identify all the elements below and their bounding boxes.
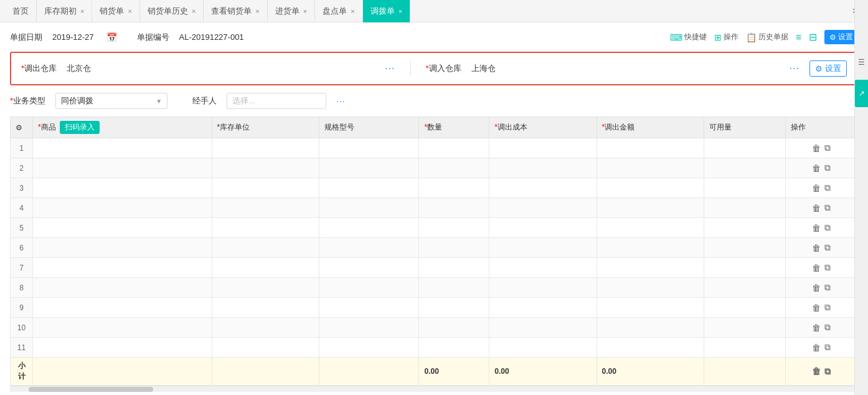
- qty-cell[interactable]: [419, 298, 489, 318]
- tab-purchase[interactable]: 进货单 ×: [268, 0, 315, 22]
- qty-cell[interactable]: [419, 218, 489, 238]
- tab-view-sales-close[interactable]: ×: [255, 7, 259, 15]
- layout2-btn[interactable]: ⊟: [809, 31, 817, 43]
- unit-cell[interactable]: [212, 218, 319, 238]
- unit-cell[interactable]: [212, 258, 319, 278]
- unit-cell[interactable]: [212, 178, 319, 198]
- unit-cell[interactable]: [212, 298, 319, 318]
- qty-cell[interactable]: [419, 178, 489, 198]
- delete-icon[interactable]: 🗑: [812, 283, 821, 293]
- cost-cell[interactable]: [489, 318, 597, 338]
- shortcuts-btn[interactable]: ⌨ 快捷键: [670, 32, 707, 42]
- amount-cell[interactable]: [597, 258, 704, 278]
- copy-icon[interactable]: ⧉: [824, 143, 831, 153]
- unit-cell[interactable]: [212, 158, 319, 178]
- spec-cell[interactable]: [319, 158, 419, 178]
- delete-icon[interactable]: 🗑: [812, 203, 821, 213]
- copy-icon[interactable]: ⧉: [824, 163, 831, 173]
- tab-inventory-init[interactable]: 库存期初 ×: [37, 0, 92, 22]
- amount-cell[interactable]: [597, 238, 704, 258]
- available-cell[interactable]: [704, 298, 785, 318]
- col-gear-header[interactable]: ⚙: [11, 117, 33, 138]
- copy-icon[interactable]: ⧉: [824, 322, 831, 333]
- amount-cell[interactable]: [597, 338, 704, 358]
- subtotal-copy-icon[interactable]: ⧉: [824, 366, 831, 377]
- business-type-select[interactable]: 同价调拨 ▼: [55, 93, 167, 109]
- scroll-bar[interactable]: [10, 386, 858, 392]
- amount-cell[interactable]: [597, 218, 704, 238]
- available-cell[interactable]: [704, 278, 785, 298]
- goods-cell[interactable]: [33, 218, 212, 238]
- qty-cell[interactable]: [419, 138, 489, 158]
- spec-cell[interactable]: [319, 338, 419, 358]
- qty-cell[interactable]: [419, 258, 489, 278]
- amount-cell[interactable]: [597, 278, 704, 298]
- copy-icon[interactable]: ⧉: [824, 302, 831, 313]
- subtotal-delete-icon[interactable]: 🗑: [812, 366, 821, 376]
- goods-cell[interactable]: [33, 178, 212, 198]
- delete-icon[interactable]: 🗑: [812, 303, 821, 313]
- spec-cell[interactable]: [319, 138, 419, 158]
- copy-icon[interactable]: ⧉: [824, 183, 831, 193]
- amount-cell[interactable]: [597, 318, 704, 338]
- tab-transfer[interactable]: 调拨单 ×: [363, 0, 410, 22]
- operations-btn[interactable]: ⊞ 操作: [714, 32, 738, 42]
- goods-cell[interactable]: [33, 318, 212, 338]
- tab-sales-order[interactable]: 销货单 ×: [92, 0, 139, 22]
- amount-cell[interactable]: [597, 158, 704, 178]
- spec-cell[interactable]: [319, 278, 419, 298]
- unit-cell[interactable]: [212, 238, 319, 258]
- amount-cell[interactable]: [597, 178, 704, 198]
- spec-cell[interactable]: [319, 178, 419, 198]
- delete-icon[interactable]: 🗑: [812, 243, 821, 253]
- delete-icon[interactable]: 🗑: [812, 143, 821, 153]
- copy-icon[interactable]: ⧉: [824, 202, 831, 213]
- goods-cell[interactable]: [33, 238, 212, 258]
- cost-cell[interactable]: [489, 298, 597, 318]
- cost-cell[interactable]: [489, 258, 597, 278]
- amount-cell[interactable]: [597, 198, 704, 218]
- goods-cell[interactable]: [33, 338, 212, 358]
- history-btn[interactable]: 📋 历史单据: [746, 32, 788, 42]
- spec-cell[interactable]: [319, 298, 419, 318]
- spec-cell[interactable]: [319, 198, 419, 218]
- copy-icon[interactable]: ⧉: [824, 222, 831, 233]
- cost-cell[interactable]: [489, 158, 597, 178]
- delete-icon[interactable]: 🗑: [812, 343, 821, 353]
- section-settings-btn[interactable]: ⚙ 设置: [809, 60, 847, 77]
- copy-icon[interactable]: ⧉: [824, 342, 831, 353]
- amount-cell[interactable]: [597, 138, 704, 158]
- tab-home[interactable]: 首页: [5, 0, 37, 22]
- settings-btn[interactable]: ⚙ 设置: [824, 30, 858, 44]
- qty-cell[interactable]: [419, 278, 489, 298]
- unit-cell[interactable]: [212, 198, 319, 218]
- copy-icon[interactable]: ⧉: [824, 262, 831, 273]
- delete-icon[interactable]: 🗑: [812, 223, 821, 233]
- available-cell[interactable]: [704, 158, 785, 178]
- available-cell[interactable]: [704, 258, 785, 278]
- unit-cell[interactable]: [212, 278, 319, 298]
- tab-transfer-close[interactable]: ×: [399, 7, 402, 15]
- qty-cell[interactable]: [419, 318, 489, 338]
- qty-cell[interactable]: [419, 198, 489, 218]
- scroll-thumb[interactable]: [29, 387, 153, 392]
- unit-cell[interactable]: [212, 338, 319, 358]
- tab-view-sales[interactable]: 查看销货单 ×: [204, 0, 267, 22]
- goods-cell[interactable]: [33, 198, 212, 218]
- tab-inventory-check[interactable]: 盘点单 ×: [315, 0, 362, 22]
- copy-icon[interactable]: ⧉: [824, 282, 831, 293]
- spec-cell[interactable]: [319, 258, 419, 278]
- goods-cell[interactable]: [33, 258, 212, 278]
- scan-btn[interactable]: 扫码录入: [60, 121, 100, 134]
- cost-cell[interactable]: [489, 178, 597, 198]
- qty-cell[interactable]: [419, 238, 489, 258]
- out-warehouse-more[interactable]: ···: [385, 63, 395, 74]
- cost-cell[interactable]: [489, 338, 597, 358]
- qty-cell[interactable]: [419, 158, 489, 178]
- handler-more[interactable]: ···: [336, 96, 346, 106]
- tab-inventory-init-close[interactable]: ×: [80, 7, 84, 15]
- tab-purchase-close[interactable]: ×: [303, 7, 307, 15]
- available-cell[interactable]: [704, 178, 785, 198]
- delete-icon[interactable]: 🗑: [812, 183, 821, 193]
- in-warehouse-more[interactable]: ···: [790, 63, 800, 74]
